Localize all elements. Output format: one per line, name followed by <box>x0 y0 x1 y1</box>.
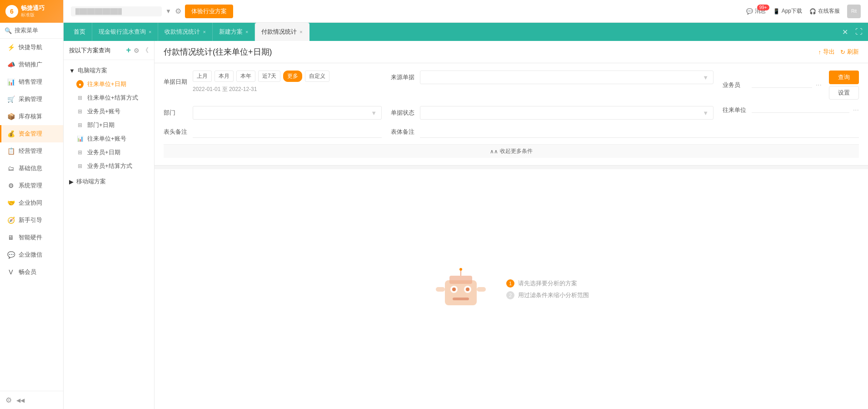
sidebar-item-marketing[interactable]: 📣 营销推广 <box>0 56 63 73</box>
logo-text: 畅捷通巧 标准版 <box>21 5 45 18</box>
tip-num-2: 2 <box>506 291 514 299</box>
body-note-label: 表体备注 <box>391 128 416 136</box>
tab-payment-stat-label: 付款情况统计 <box>261 28 297 36</box>
tab-payment-stat[interactable]: 付款情况统计 × <box>255 23 309 41</box>
docstatus-select[interactable]: ▼ <box>420 106 713 120</box>
scheme-staff-account[interactable]: ⊞ 业务员+账号 <box>64 105 154 118</box>
desktop-group-label: 电脑端方案 <box>78 66 107 75</box>
footer-collapse-icon[interactable]: ◀◀ <box>16 397 25 404</box>
page-header: 付款情况统计(往来单位+日期) ↑ 导出 ↻ 刷新 <box>155 41 868 63</box>
scheme-dept-date[interactable]: ⊞ 部门+日期 <box>64 118 154 132</box>
tab-new-scheme[interactable]: 新建方案 × <box>213 23 255 41</box>
address-bar[interactable]: ████████████ <box>71 6 162 16</box>
tab-home[interactable]: 首页 <box>67 23 92 41</box>
nav-label: 系统管理 <box>19 182 42 190</box>
last-month-btn[interactable]: 上月 <box>193 71 212 82</box>
tabs-close-all-icon[interactable]: ✕ <box>840 28 850 36</box>
sidebar-item-hardware[interactable]: 🖥 智能硬件 <box>0 229 63 246</box>
svg-rect-10 <box>477 287 486 292</box>
sidebar-item-quick-nav[interactable]: ⚡ 快捷导航 <box>0 39 63 56</box>
scheme-chart-icon: 📊 <box>76 135 84 142</box>
footer-settings-icon[interactable]: ⚙ <box>5 396 12 404</box>
scheme-label: 业务员+结算方式 <box>87 162 132 170</box>
search-menu[interactable]: 🔍 搜索菜单 <box>0 23 63 39</box>
sidebar-item-sales[interactable]: 📊 销售管理 <box>0 73 63 91</box>
custom-btn[interactable]: 自定义 <box>305 71 329 82</box>
user-avatar[interactable]: Rit <box>847 5 861 18</box>
operation-icon: 📋 <box>7 147 15 155</box>
desktop-group-header[interactable]: ▼ 电脑端方案 <box>64 64 154 77</box>
topbar-settings-icon[interactable]: ⚙ <box>175 7 181 15</box>
this-month-btn[interactable]: 本月 <box>215 71 234 82</box>
export-button[interactable]: ↑ 导出 <box>818 48 835 56</box>
tab-new-scheme-close[interactable]: × <box>245 29 248 35</box>
finance-icon: 💰 <box>7 130 15 138</box>
left-panel-title: 按以下方案查询 <box>69 46 110 55</box>
tab-receipt-stat-close[interactable]: × <box>203 29 205 35</box>
scheme-label: 往来单位+账号 <box>87 135 126 143</box>
source-select[interactable]: ▼ <box>420 71 713 84</box>
mobile-group-header[interactable]: ▶ 移动端方案 <box>64 175 154 188</box>
tab-receipt-stat[interactable]: 收款情况统计 × <box>158 23 212 41</box>
service-button[interactable]: 🎧 在线客服 <box>809 7 840 15</box>
sidebar-item-wechat[interactable]: 💬 企业微信 <box>0 246 63 263</box>
dept-select[interactable]: ▼ <box>193 106 382 120</box>
dept-dropdown-icon: ▼ <box>371 110 377 116</box>
collapse-more-btn[interactable]: ∧∧ 收起更多条件 <box>164 144 859 158</box>
svg-point-5 <box>466 288 469 291</box>
tab-bank-flow[interactable]: 现金银行流水查询 × <box>92 23 158 41</box>
scheme-staff-settle[interactable]: ⊞ 业务员+结算方式 <box>64 159 154 173</box>
refresh-button[interactable]: ↻ 刷新 <box>840 48 859 56</box>
desktop-group-expand-icon: ▼ <box>69 67 75 74</box>
tip-num-1: 1 <box>506 279 514 288</box>
tab-new-scheme-label: 新建方案 <box>219 28 243 36</box>
last-7days-btn[interactable]: 近7天 <box>258 71 280 82</box>
scheme-active-icon: ● <box>76 81 84 88</box>
scheme-grid-icon: ⊞ <box>76 94 84 101</box>
docstatus-dropdown-icon: ▼ <box>703 110 708 116</box>
query-button[interactable]: 查询 <box>829 71 859 84</box>
scheme-staff-date[interactable]: ⊞ 业务员+日期 <box>64 146 154 159</box>
body-note-input[interactable] <box>420 126 859 138</box>
collapse-panel-icon[interactable]: 《 <box>142 45 149 55</box>
scheme-partner-account[interactable]: 📊 往来单位+账号 <box>64 132 154 146</box>
sidebar-item-inventory[interactable]: 📦 库存核算 <box>0 108 63 125</box>
sidebar-item-enterprise[interactable]: 🤝 企业协同 <box>0 194 63 212</box>
app-name: 畅捷通巧 <box>21 5 45 12</box>
dropdown-icon[interactable]: ▼ <box>165 8 171 15</box>
tab-payment-stat-close[interactable]: × <box>299 29 302 35</box>
empty-tip-1: 1 请先选择要分析的方案 <box>506 279 589 288</box>
filter-header-note-item: 表头备注 <box>164 126 382 138</box>
trial-button[interactable]: 体验行业方案 <box>185 5 233 18</box>
desktop-scheme-group: ▼ 电脑端方案 ● 往来单位+日期 ⊞ 往来单位+结算方式 ⊞ <box>64 64 154 173</box>
hardware-icon: 🖥 <box>7 233 15 242</box>
sidebar-item-basic-info[interactable]: 🗂 基础信息 <box>0 160 63 177</box>
header-note-input[interactable] <box>193 126 382 138</box>
header-note-label: 表头备注 <box>164 128 189 136</box>
tabs-expand-icon[interactable]: ⛶ <box>853 28 864 36</box>
sidebar-item-guide[interactable]: 🧭 新手引导 <box>0 212 63 229</box>
left-panel-body: ▼ 电脑端方案 ● 往来单位+日期 ⊞ 往来单位+结算方式 ⊞ <box>64 60 154 409</box>
sidebar-item-system[interactable]: ⚙ 系统管理 <box>0 177 63 194</box>
system-icon: ⚙ <box>7 182 15 190</box>
scheme-partner-settle[interactable]: ⊞ 往来单位+结算方式 <box>64 91 154 105</box>
left-panel-header: 按以下方案查询 + ⚙ 《 <box>64 41 154 60</box>
more-btn[interactable]: 更多 <box>283 71 302 82</box>
sidebar-item-operation[interactable]: 📋 经营管理 <box>0 142 63 160</box>
partner-more-icon[interactable]: ··· <box>853 106 859 114</box>
export-label: 导出 <box>823 48 835 56</box>
message-button[interactable]: 💬 消息 99+ <box>746 7 766 15</box>
settings-button[interactable]: 设置 <box>829 86 859 100</box>
svg-rect-1 <box>449 276 472 284</box>
staff-more-icon[interactable]: ··· <box>816 81 822 89</box>
scheme-settings-icon[interactable]: ⚙ <box>134 45 140 55</box>
marketing-icon: 📣 <box>7 61 15 69</box>
add-scheme-button[interactable]: + <box>126 45 131 55</box>
sidebar-item-finance[interactable]: 💰 资金管理 <box>0 125 63 142</box>
tab-bank-flow-close[interactable]: × <box>149 29 151 35</box>
sidebar-item-purchase[interactable]: 🛒 采购管理 <box>0 91 63 108</box>
app-download-button[interactable]: 📱 App下载 <box>773 7 802 15</box>
this-year-btn[interactable]: 本年 <box>236 71 255 82</box>
scheme-partner-date[interactable]: ● 往来单位+日期 <box>64 77 154 91</box>
sidebar-item-member[interactable]: V 畅会员 <box>0 263 63 281</box>
